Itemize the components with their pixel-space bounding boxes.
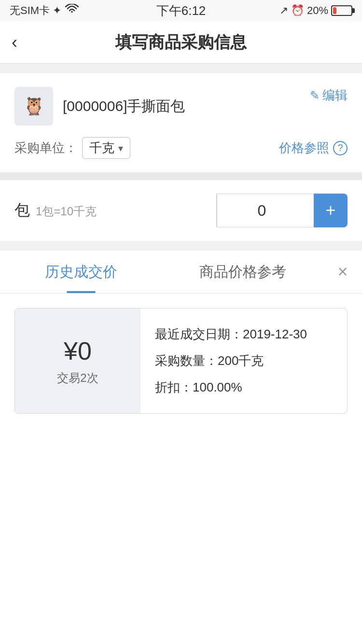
transaction-card: ¥0 交易2次 最近成交日期：2019-12-30 采购数量：200千克 折扣：…: [14, 308, 348, 414]
discount-line: 折扣：100.00%: [155, 379, 333, 396]
qty-unit-label: 包: [14, 200, 30, 221]
section-divider: [0, 172, 362, 180]
bottom-panel: 历史成交价 商品价格参考 × ¥0 交易2次 最近成交日期：2019-12-30…: [0, 251, 362, 428]
qty-label-group: 包 1包=10千克: [14, 200, 97, 221]
qty-input-group: +: [216, 194, 348, 227]
tab-close-button[interactable]: ×: [323, 251, 362, 293]
product-logo-icon: 🦉: [23, 96, 45, 116]
battery-percent: 20%: [307, 4, 328, 17]
status-left: 无SIM卡 ✦: [10, 3, 79, 18]
price-ref-button[interactable]: 价格参照 ?: [279, 140, 348, 156]
status-time: 下午6:12: [156, 2, 206, 19]
alarm-icon: ⏰: [291, 4, 304, 17]
edit-label: 编辑: [322, 87, 348, 104]
nav-bar: ‹ 填写商品采购信息: [0, 21, 362, 64]
wifi-icon: [65, 4, 79, 17]
edit-button[interactable]: ✎ 编辑: [310, 87, 348, 104]
price-display: ¥0: [64, 336, 92, 365]
tab-history-label: 历史成交价: [45, 262, 117, 282]
trade-count: 交易2次: [57, 370, 98, 386]
quantity-section: 包 1包=10千克 +: [0, 180, 362, 241]
card-right: 最近成交日期：2019-12-30 采购数量：200千克 折扣：100.00%: [140, 308, 347, 413]
unit-dropdown-arrow: ▾: [118, 142, 123, 154]
recent-date-value: 2019-12-30: [243, 327, 307, 341]
product-name: [0000006]手撕面包: [63, 97, 185, 116]
product-header: 🦉 [0000006]手撕面包 ✎ 编辑: [14, 87, 348, 126]
tabs-row: 历史成交价 商品价格参考 ×: [0, 251, 362, 294]
qty-conversion-label: 1包=10千克: [36, 204, 97, 219]
qty-plus-button[interactable]: +: [314, 194, 348, 227]
white-space-area: [0, 428, 362, 644]
card-left: ¥0 交易2次: [15, 308, 140, 413]
help-icon[interactable]: ?: [333, 141, 348, 155]
back-button[interactable]: ‹: [12, 32, 17, 53]
edit-icon: ✎: [310, 89, 320, 102]
card-area: ¥0 交易2次 最近成交日期：2019-12-30 采购数量：200千克 折扣：…: [0, 294, 362, 428]
recent-date-label: 最近成交日期：: [155, 327, 243, 341]
product-thumbnail: 🦉: [14, 87, 53, 126]
location-icon: ↗: [279, 4, 288, 17]
product-section: 🦉 [0000006]手撕面包 ✎ 编辑 采购单位： 千克 ▾ 价格参照 ?: [0, 73, 362, 172]
recent-date-line: 最近成交日期：2019-12-30: [155, 326, 333, 343]
purchase-qty-value: 200千克: [218, 353, 264, 368]
tab-history-price[interactable]: 历史成交价: [0, 251, 162, 293]
discount-label: 折扣：: [155, 380, 193, 394]
unit-row-left: 采购单位： 千克 ▾: [14, 137, 130, 159]
product-unit-row: 采购单位： 千克 ▾ 价格参照 ?: [14, 137, 348, 159]
status-right: ↗ ⏰ 20%: [279, 4, 352, 17]
tab-product-price-ref[interactable]: 商品价格参考: [162, 251, 323, 293]
tab-product-price-label: 商品价格参考: [199, 262, 286, 282]
battery-icon: [331, 5, 352, 16]
discount-value: 100.00%: [193, 380, 242, 394]
purchase-qty-label: 采购数量：: [155, 353, 218, 368]
product-left: 🦉 [0000006]手撕面包: [14, 87, 185, 126]
page-title: 填写商品采购信息: [115, 31, 247, 54]
unit-label: 采购单位：: [14, 140, 77, 156]
purchase-qty-line: 采购数量：200千克: [155, 352, 333, 369]
tab-active-underline: [67, 291, 96, 293]
unit-select[interactable]: 千克 ▾: [82, 137, 130, 159]
status-bar: 无SIM卡 ✦ 下午6:12 ↗ ⏰ 20%: [0, 0, 362, 21]
help-label: ?: [337, 142, 343, 154]
unit-value: 千克: [89, 140, 114, 156]
qty-input[interactable]: [217, 194, 314, 227]
price-ref-label: 价格参照: [279, 140, 329, 156]
carrier-label: 无SIM卡 ✦: [10, 3, 61, 18]
